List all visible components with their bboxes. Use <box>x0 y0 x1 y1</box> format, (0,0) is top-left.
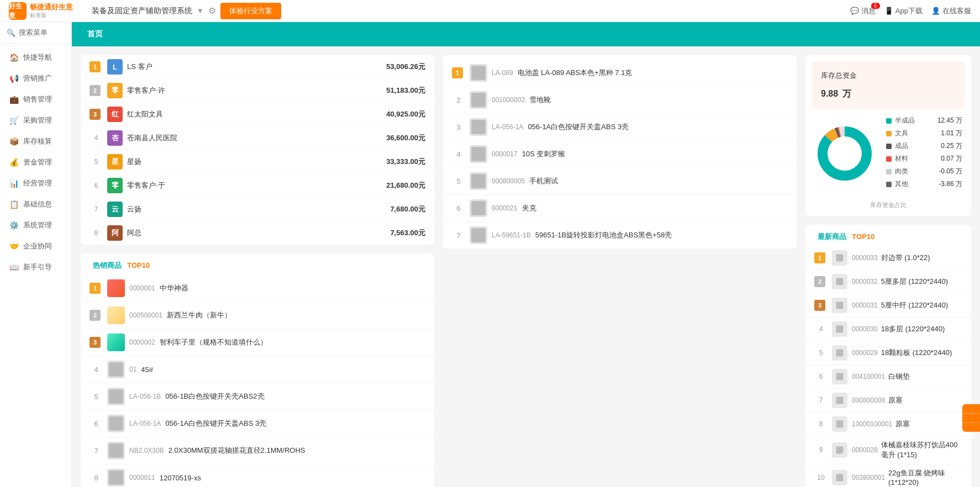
legend-item-material: 材料 0.07 万 <box>886 154 962 163</box>
new-product-img-5 <box>832 345 847 361</box>
dropdown-icon[interactable]: ▼ <box>197 7 204 15</box>
avatar-4: 杏 <box>107 130 123 146</box>
sidebar-item-quicknav[interactable]: 🏠 快捷导航 <box>0 47 71 68</box>
inventory-icon: 📦 <box>9 136 19 146</box>
product-row-8: 8 0000011 12070519-xs <box>81 464 434 487</box>
product-right-row-3: 3 LA-056-1A 056-1A白色按键开关盖ABS 3壳 <box>443 114 797 141</box>
rank-5: 5 <box>89 158 103 166</box>
customer-service-btn[interactable]: 客服热线 <box>962 404 980 414</box>
sidebar-item-purchase[interactable]: 🛒 采购管理 <box>0 110 71 131</box>
float-service: 客服热线 服务社区 直播 <box>962 404 980 432</box>
finance-icon: 💰 <box>9 157 19 167</box>
svg-rect-4 <box>109 470 123 485</box>
product-right-row-5: 5 000800005 手机测试 <box>443 168 797 195</box>
product-right-row-6: 6 0000021 夹克 <box>443 195 797 222</box>
product-right-img-4 <box>470 145 487 163</box>
product-right-row-7: 7 LA-59651-1B 59651-1B旋转投影灯电池盒ABS黑色+58壳 <box>443 222 797 248</box>
product-row-7: 7 NB2.0X30B 2.0X30MM双搓花轴搓花直径2.1MM/ROHS <box>81 437 434 464</box>
customer-amount-5: 33,333.00元 <box>386 157 425 167</box>
main-left: 1 L LS 客户 53,006.26元 2 <box>81 55 797 487</box>
legend-dot-1 <box>886 118 892 124</box>
sidebar-item-enterprise[interactable]: 🤝 企业协同 <box>0 236 71 257</box>
new-product-row-8: 8 10000100001 原塞 <box>805 412 971 436</box>
content-area: 1 L LS 客户 53,006.26元 2 <box>72 46 980 487</box>
sidebar-item-inventory[interactable]: 📦 库存核算 <box>0 131 71 152</box>
sidebar-item-basic-info[interactable]: 📋 基础信息 <box>0 194 71 215</box>
legend-item-meat: 肉类 -0.05 万 <box>886 167 962 176</box>
placeholder-icon <box>107 361 125 378</box>
customer-name-1: LS 客户 <box>127 62 386 72</box>
logo-text: 畅捷通好生意 标准版 <box>30 3 73 19</box>
placeholder-icon <box>107 469 125 486</box>
customer-top10: 1 L LS 客户 53,006.26元 2 <box>81 55 434 245</box>
service-community-btn[interactable]: 服务社区 <box>962 414 980 423</box>
sidebar-item-sales[interactable]: 💼 销售管理 <box>0 89 71 110</box>
logo: 好生意 畅捷通好生意 标准版 <box>9 2 81 20</box>
marketing-icon: 📢 <box>9 73 19 83</box>
customer-top10-card: 1 L LS 客户 53,006.26元 2 <box>81 55 434 487</box>
new-product-img-4 <box>832 321 847 337</box>
topbar-center: 装备及固定资产辅助管理系统 ▼ ⚙ 体验行业方案 <box>81 3 850 19</box>
service-icon: 👤 <box>931 7 940 15</box>
inventory-chart: 半成品 12.45 万 文具 1.01 万 成品 0.25 万 <box>805 116 971 201</box>
rank-3: 3 <box>89 109 103 120</box>
search-icon: 🔍 <box>7 29 15 37</box>
svg-rect-9 <box>471 147 486 161</box>
svg-rect-20 <box>836 302 844 309</box>
rank-2: 2 <box>89 85 103 96</box>
new-product-row-5: 5 0000029 18颗粒板 (1220*2440) <box>805 341 971 365</box>
sidebar-item-system[interactable]: ⚙️ 系统管理 <box>0 215 71 236</box>
svg-rect-0 <box>109 362 123 377</box>
new-product-img-10 <box>832 470 847 485</box>
product-row-4: 4 01 45# <box>81 356 434 383</box>
main-content: 首页 1 L LS <box>72 22 980 487</box>
experience-btn[interactable]: 体验行业方案 <box>220 3 281 19</box>
new-product-img-7 <box>832 393 847 408</box>
new-products-card: 最新商品 TOP10 1 0000033 封边带 (1.0*22) 2 <box>805 225 971 487</box>
inventory-legend: 半成品 12.45 万 文具 1.01 万 成品 0.25 万 <box>886 116 962 192</box>
legend-item-finished: 成品 0.25 万 <box>886 141 962 151</box>
product-img-5 <box>107 388 125 405</box>
customer-amount-2: 51,183.00元 <box>386 86 425 96</box>
legend-item-other: 其他 -3.86 万 <box>886 179 962 189</box>
legend-dot-4 <box>886 156 892 162</box>
customer-row-4: 4 杏 苍南县人民医院 36,600.00元 <box>81 126 434 150</box>
product-img-6 <box>107 415 125 432</box>
svg-rect-3 <box>109 443 123 458</box>
placeholder-icon <box>107 388 125 405</box>
product-right-img-2 <box>470 91 487 109</box>
customer-amount-4: 36,600.00元 <box>386 133 425 143</box>
top10-section: 1 L LS 客户 53,006.26元 2 <box>81 55 797 487</box>
sidebar-item-finance[interactable]: 💰 资金管理 <box>0 152 71 173</box>
customer-amount-7: 7,680.00元 <box>390 204 425 214</box>
new-product-row-6: 6 004100001 白钢垫 <box>805 365 971 389</box>
app-download-btn[interactable]: 📱 App下载 <box>884 6 923 16</box>
sidebar-item-guide[interactable]: 📖 新手引导 <box>0 257 71 278</box>
sidebar-item-operations[interactable]: 📊 经营管理 <box>0 173 71 194</box>
new-product-img-9 <box>832 442 847 458</box>
product-img-8 <box>107 469 125 486</box>
sidebar: 🔍 搜索菜单 🏠 快捷导航 📢 营销推广 💼 销售管理 🛒 采购管理 📦 库存核… <box>0 22 72 487</box>
customer-row-1: 1 L LS 客户 53,006.26元 <box>81 55 434 79</box>
gear-icon[interactable]: ⚙ <box>208 6 216 16</box>
message-btn[interactable]: 💬 消息 6 <box>850 6 876 16</box>
new-product-row-9: 9 0000028 体械嘉枝味苏打饮品400毫升 (1*15) <box>805 436 971 464</box>
legend-dot-3 <box>886 144 892 149</box>
sidebar-search[interactable]: 🔍 搜索菜单 <box>0 22 71 44</box>
sidebar-item-marketing[interactable]: 📢 营销推广 <box>0 68 71 89</box>
chart-subtitle: 库存资金占比 <box>805 201 971 216</box>
home-tab[interactable]: 首页 <box>83 29 107 39</box>
new-product-img-8 <box>832 416 847 432</box>
service-btn[interactable]: 👤 在线客服 <box>931 6 971 16</box>
page-header: 首页 <box>72 22 980 46</box>
customer-row-3: 3 红 红太阳文具 40,925.00元 <box>81 103 434 126</box>
avatar-5: 星 <box>107 154 123 170</box>
customer-amount-8: 7,563.00元 <box>390 228 425 238</box>
product-right-img-1 <box>470 64 487 82</box>
new-product-img-6 <box>832 369 847 384</box>
live-btn[interactable]: 直播 <box>962 423 980 432</box>
home-icon: 🏠 <box>9 52 19 62</box>
product-top10-right-card: 1 LA-089 电池盖 LA-089 ABS本色+黑种 7.1克 2 <box>443 55 797 248</box>
new-product-row-3: 3 0000031 5厘中纤 (1220*2440) <box>805 294 971 317</box>
new-product-row-10: 10 003800001 22g鱼豆腐·烧烤味 (1*12*20) <box>805 464 971 487</box>
